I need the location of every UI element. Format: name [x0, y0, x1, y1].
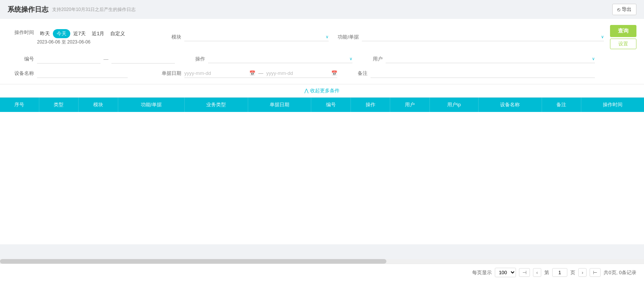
module-chevron-icon: ∨: [326, 34, 329, 39]
time-filter-group: 昨天 今天 近7天 近1月 自定义: [37, 29, 128, 38]
function-chevron-icon: ∨: [601, 34, 604, 39]
col-function: 功能/单据: [118, 98, 184, 112]
date-end-input[interactable]: [266, 69, 330, 78]
page-first-button[interactable]: ⊣: [519, 268, 530, 277]
device-label: 设备名称: [8, 70, 34, 77]
page-next-button[interactable]: ›: [578, 268, 587, 277]
page-subtitle: 支持2020年10月31日之后产生的操作日志: [52, 6, 136, 13]
time-btn-custom[interactable]: 自定义: [107, 29, 128, 38]
per-page-select[interactable]: 100 50 200: [495, 268, 516, 277]
number-label: 编号: [8, 56, 34, 62]
filter-row-2: 编号 — 操作 ∨ 用户 ∨: [8, 54, 636, 64]
col-module: 模块: [79, 98, 118, 112]
function-filter-col: 功能/单据 ∨: [336, 33, 604, 41]
operation-select[interactable]: ∨: [208, 55, 352, 63]
operation-chevron-icon: ∨: [349, 56, 352, 61]
function-select[interactable]: ∨: [362, 33, 604, 41]
time-btn-today[interactable]: 今天: [53, 29, 70, 38]
time-btn-1month[interactable]: 近1月: [89, 29, 107, 38]
col-number: 编号: [311, 98, 351, 112]
time-filter-col: 操作时间 昨天 今天 近7天 近1月 自定义 2023-06-06 至 2023…: [8, 29, 151, 45]
filter-section: 操作时间 昨天 今天 近7天 近1月 自定义 2023-06-06 至 2023…: [0, 19, 644, 84]
col-biz-type: 业务类型: [185, 98, 248, 112]
number-input-start[interactable]: [37, 54, 100, 64]
query-button[interactable]: 查询: [610, 25, 636, 37]
page-input[interactable]: [552, 268, 567, 277]
filter-row-3: 设备名称 单据日期 📅 — 📅 备注: [8, 69, 636, 78]
function-label: 功能/单据: [336, 34, 359, 40]
col-device: 设备名称: [478, 98, 542, 112]
collapse-label: 收起更多条件: [310, 88, 340, 93]
date-start-input[interactable]: [184, 69, 248, 78]
user-chevron-icon: ∨: [592, 56, 595, 61]
col-user: 用户: [390, 98, 429, 112]
collapse-bar: ⋀ 收起更多条件: [0, 84, 644, 98]
remark-input[interactable]: [371, 69, 595, 78]
device-filter-col: 设备名称: [8, 69, 151, 78]
number-input-end[interactable]: [111, 54, 175, 64]
col-type: 类型: [39, 98, 78, 112]
table-header: 序号 类型 模块 功能/单据 业务类型 单据日期 编号 操作 用户 用户ip 设…: [0, 98, 644, 112]
empty-area: [0, 112, 644, 244]
calendar-start-icon[interactable]: 📅: [249, 70, 255, 76]
device-input[interactable]: [37, 69, 128, 78]
date-dash: —: [258, 70, 263, 76]
page-last-button[interactable]: ⊢: [590, 268, 601, 277]
number-dash: —: [103, 56, 108, 62]
per-page-label: 每页显示: [472, 269, 492, 276]
col-operation: 操作: [351, 98, 390, 112]
table-header-row: 序号 类型 模块 功能/单据 业务类型 单据日期 编号 操作 用户 用户ip 设…: [0, 98, 644, 112]
pagination: 每页显示 100 50 200 ⊣ ‹ 第 页 › ⊢ 共0页, 0条记录: [0, 264, 644, 281]
module-label: 模块: [159, 34, 181, 40]
page-prev-button[interactable]: ‹: [533, 268, 541, 277]
calendar-end-icon[interactable]: 📅: [331, 70, 337, 76]
bill-date-filter-col: 单据日期 📅 — 📅: [159, 69, 337, 78]
page-header: 系统操作日志 支持2020年10月31日之后产生的操作日志 ⎋ 导出: [0, 0, 644, 19]
time-label: 操作时间: [8, 29, 34, 36]
col-user-ip: 用户ip: [429, 98, 478, 112]
action-buttons: 查询 设置: [610, 25, 636, 49]
pagination-total: 共0页, 0条记录: [604, 269, 636, 276]
user-filter-col: 用户 ∨: [360, 55, 595, 63]
page-label: 第: [544, 269, 549, 276]
page-unit: 页: [570, 269, 575, 276]
scroll-thumb[interactable]: [0, 259, 386, 264]
number-filter-col: 编号 —: [8, 54, 175, 64]
table-wrapper: 序号 类型 模块 功能/单据 业务类型 单据日期 编号 操作 用户 用户ip 设…: [0, 98, 644, 259]
collapse-button[interactable]: ⋀ 收起更多条件: [304, 87, 340, 94]
time-range-text: 2023-06-06 至 2023-06-06: [37, 39, 128, 45]
export-label: 导出: [622, 6, 632, 13]
module-select[interactable]: ∨: [184, 33, 329, 41]
settings-button[interactable]: 设置: [610, 39, 636, 49]
remark-filter-col: 备注: [345, 69, 595, 78]
filter-row-1: 操作时间 昨天 今天 近7天 近1月 自定义 2023-06-06 至 2023…: [8, 25, 636, 49]
bill-date-label: 单据日期: [159, 70, 181, 77]
horizontal-scrollbar[interactable]: [0, 259, 644, 264]
col-op-time: 操作时间: [581, 98, 644, 112]
user-label: 用户: [360, 56, 383, 62]
operation-filter-col: 操作 ∨: [182, 55, 352, 63]
remark-label: 备注: [345, 70, 368, 77]
col-seq: 序号: [0, 98, 39, 112]
data-table: 序号 类型 模块 功能/单据 业务类型 单据日期 编号 操作 用户 用户ip 设…: [0, 98, 644, 112]
time-btn-7days[interactable]: 近7天: [70, 29, 89, 38]
module-filter-col: 模块 ∨: [159, 33, 329, 41]
time-btn-yesterday[interactable]: 昨天: [37, 29, 53, 38]
export-icon: ⎋: [617, 6, 620, 12]
operation-label: 操作: [182, 56, 205, 62]
col-remark: 备注: [542, 98, 581, 112]
time-filter-wrapper: 昨天 今天 近7天 近1月 自定义 2023-06-06 至 2023-06-0…: [37, 29, 128, 45]
collapse-chevron-icon: ⋀: [304, 88, 310, 93]
export-button[interactable]: ⎋ 导出: [612, 4, 636, 15]
user-select[interactable]: ∨: [386, 55, 595, 63]
page-title: 系统操作日志: [8, 5, 48, 14]
col-bill-date: 单据日期: [248, 98, 311, 112]
